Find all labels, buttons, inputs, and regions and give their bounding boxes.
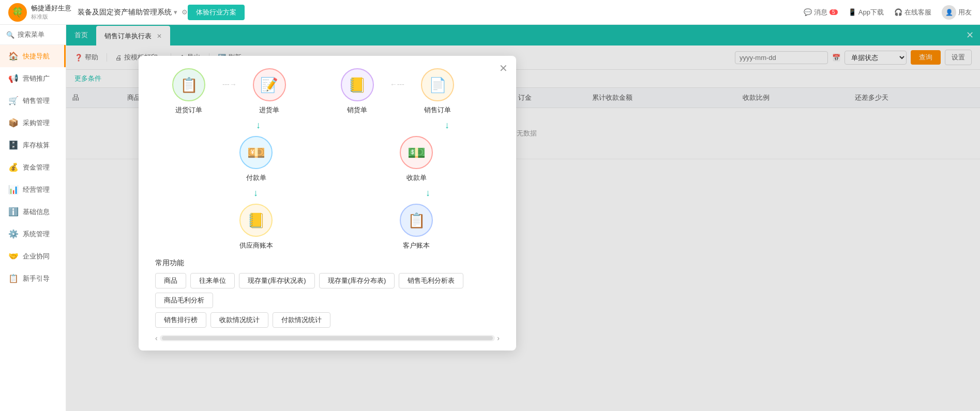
dropdown-icon[interactable]: ▾ bbox=[174, 8, 177, 16]
content-area: 首页 销售订单执行表 ✕ ✕ ❓ 帮助 🖨 按模板打 bbox=[66, 25, 980, 411]
sidebar-item-guide[interactable]: 📋 新手引导 bbox=[0, 267, 66, 290]
flow-arrows-row-2: ↓ ↓ bbox=[155, 187, 500, 200]
user-menu[interactable]: 👤 用友 bbox=[942, 5, 972, 20]
modal-scrollbar[interactable] bbox=[160, 335, 495, 341]
sales-bill-circle: 📒 bbox=[341, 68, 374, 101]
enterprise-icon: 🤝 bbox=[8, 251, 19, 261]
flow-node-payment: 💴 付款单 bbox=[222, 136, 290, 182]
logo-text: 畅捷通好生意 标准版 bbox=[31, 4, 71, 20]
purchase-order-circle: 📋 bbox=[172, 68, 205, 101]
flow-node-sales-bill: 📒 销货单 bbox=[324, 68, 391, 115]
common-btn-payment-stats[interactable]: 付款情况统计 bbox=[273, 312, 330, 328]
guide-icon: 📋 bbox=[8, 273, 19, 283]
common-buttons-row-1: 商品 往来单位 现存量(库存状况表) 现存量(库存分布表) 销售毛利分析表 商品… bbox=[155, 273, 500, 308]
phone-icon: 📱 bbox=[848, 8, 856, 16]
marketing-icon: 📢 bbox=[8, 73, 19, 83]
modal-close-button[interactable]: ✕ bbox=[499, 62, 508, 74]
info-icon: ℹ️ bbox=[8, 207, 19, 217]
search-menu-button[interactable]: 🔍 搜索菜单 bbox=[0, 25, 66, 45]
message-icon: 💬 bbox=[804, 8, 812, 16]
arrow-down-purchase: ↓ bbox=[256, 120, 261, 131]
sidebar-item-finance[interactable]: 💰 资金管理 bbox=[0, 156, 66, 178]
purchase-icon: 📦 bbox=[8, 118, 19, 128]
common-functions-title: 常用功能 bbox=[155, 258, 500, 268]
purchase-bill-circle: 📝 bbox=[253, 68, 286, 101]
online-service-button[interactable]: 🎧 在线客服 bbox=[894, 8, 931, 17]
sidebar-item-enterprise[interactable]: 🤝 企业协同 bbox=[0, 245, 66, 267]
scrollbar-nav: ‹ › bbox=[155, 334, 500, 342]
payment-circle: 💴 bbox=[239, 136, 273, 169]
system-name: 装备及固定资产辅助管理系统 bbox=[78, 8, 172, 17]
common-btn-product[interactable]: 商品 bbox=[155, 273, 186, 288]
flow-modal: ✕ 📋 进货订单 - - - → 📝 进货单 bbox=[139, 56, 516, 351]
flow-row-3: 📒 供应商账本 📋 客户账本 bbox=[155, 204, 500, 250]
flow-node-customer-account: 📋 客户账本 bbox=[383, 204, 450, 250]
app-download-button[interactable]: 📱 App下载 bbox=[848, 8, 884, 17]
common-btn-sales-rank[interactable]: 销售排行榜 bbox=[155, 312, 206, 328]
flow-section: 📋 进货订单 - - - → 📝 进货单 bbox=[155, 68, 500, 250]
system-icon: ⚙️ bbox=[8, 229, 19, 239]
settings-icon[interactable]: ⚙ bbox=[182, 8, 188, 16]
avatar: 👤 bbox=[942, 5, 956, 20]
try-button[interactable]: 体验行业方案 bbox=[188, 5, 245, 20]
flow-arrows-row: ↓ ↓ bbox=[155, 119, 500, 132]
main-area: 🔍 搜索菜单 🏠 快捷导航 📢 营销推广 🛒 销售管理 📦 采购管理 🗄️ bbox=[0, 25, 980, 411]
inventory-icon: 🗄️ bbox=[8, 140, 19, 150]
payment-label: 付款单 bbox=[246, 173, 266, 182]
sidebar-item-basic-info[interactable]: ℹ️ 基础信息 bbox=[0, 201, 66, 223]
flow-node-sales-order: 📄 销售订单 bbox=[404, 68, 471, 115]
scroll-left-button[interactable]: ‹ bbox=[155, 334, 158, 342]
sales-bill-label: 销货单 bbox=[347, 105, 367, 115]
common-btn-sales-profit[interactable]: 销售毛利分析表 bbox=[399, 273, 463, 288]
message-button[interactable]: 💬 消息 5 bbox=[804, 8, 838, 17]
app-container: 🍀 畅捷通好生意 标准版 装备及固定资产辅助管理系统 ▾ ⚙ 体验行业方案 💬 … bbox=[0, 0, 980, 411]
sidebar-item-quick-nav[interactable]: 🏠 快捷导航 bbox=[0, 45, 66, 67]
flow-row-2: 💴 付款单 💵 收款单 bbox=[155, 136, 500, 182]
arrow-sales-order-to-bill: - - - → bbox=[391, 80, 404, 103]
purchase-order-label: 进货订单 bbox=[175, 105, 202, 115]
home-icon: 🏠 bbox=[8, 51, 19, 61]
operation-icon: 📊 bbox=[8, 185, 19, 194]
top-actions: 💬 消息 5 📱 App下载 🎧 在线客服 👤 用友 bbox=[804, 5, 972, 20]
sidebar-item-sales[interactable]: 🛒 销售管理 bbox=[0, 89, 66, 112]
sidebar-item-system[interactable]: ⚙️ 系统管理 bbox=[0, 223, 66, 245]
arrow-down-sales: ↓ bbox=[445, 120, 449, 131]
scrollbar-thumb[interactable] bbox=[162, 336, 493, 340]
scroll-right-button[interactable]: › bbox=[497, 334, 500, 342]
common-buttons-row-2: 销售排行榜 收款情况统计 付款情况统计 bbox=[155, 312, 500, 328]
purchase-bill-label: 进货单 bbox=[259, 105, 279, 115]
common-btn-stock-status[interactable]: 现存量(库存状况表) bbox=[239, 273, 315, 288]
headset-icon: 🎧 bbox=[894, 8, 902, 16]
common-btn-partner[interactable]: 往来单位 bbox=[190, 273, 235, 288]
sales-order-circle: 📄 bbox=[421, 68, 454, 101]
arrow-down-payment: ↓ bbox=[253, 188, 258, 199]
customer-account-circle: 📋 bbox=[400, 204, 433, 237]
sidebar: 🔍 搜索菜单 🏠 快捷导航 📢 营销推广 🛒 销售管理 📦 采购管理 🗄️ bbox=[0, 25, 66, 411]
finance-icon: 💰 bbox=[8, 162, 19, 172]
sales-order-label: 销售订单 bbox=[424, 105, 451, 115]
search-icon: 🔍 bbox=[6, 31, 14, 39]
receipt-circle: 💵 bbox=[400, 136, 433, 169]
sales-icon: 🛒 bbox=[8, 96, 19, 105]
top-bar: 🍀 畅捷通好生意 标准版 装备及固定资产辅助管理系统 ▾ ⚙ 体验行业方案 💬 … bbox=[0, 0, 980, 25]
arrow-purchase-order-to-bill: - - - → bbox=[222, 80, 236, 103]
flow-node-purchase-order: 📋 进货订单 bbox=[155, 68, 222, 115]
logo-icon: 🍀 bbox=[8, 3, 27, 22]
flow-node-purchase-bill: 📝 进货单 bbox=[236, 68, 303, 115]
common-btn-product-profit[interactable]: 商品毛利分析 bbox=[155, 293, 213, 308]
flow-node-supplier-account: 📒 供应商账本 bbox=[222, 204, 290, 250]
sidebar-item-marketing[interactable]: 📢 营销推广 bbox=[0, 67, 66, 89]
customer-account-label: 客户账本 bbox=[403, 241, 430, 250]
common-btn-stock-dist[interactable]: 现存量(库存分布表) bbox=[319, 273, 395, 288]
supplier-account-label: 供应商账本 bbox=[239, 241, 273, 250]
common-btn-receipt-stats[interactable]: 收款情况统计 bbox=[210, 312, 268, 328]
sidebar-item-operation[interactable]: 📊 经营管理 bbox=[0, 178, 66, 201]
sidebar-item-inventory[interactable]: 🗄️ 库存核算 bbox=[0, 134, 66, 156]
flow-node-receipt: 💵 收款单 bbox=[383, 136, 450, 182]
sidebar-item-purchase[interactable]: 📦 采购管理 bbox=[0, 112, 66, 134]
supplier-account-circle: 📒 bbox=[239, 204, 273, 237]
arrow-down-receipt: ↓ bbox=[426, 188, 430, 199]
logo-area: 🍀 畅捷通好生意 标准版 bbox=[8, 3, 71, 22]
common-functions-section: 常用功能 商品 往来单位 现存量(库存状况表) 现存量(库存分布表) 销售毛利分… bbox=[155, 258, 500, 328]
flow-row-1: 📋 进货订单 - - - → 📝 进货单 bbox=[155, 68, 500, 115]
